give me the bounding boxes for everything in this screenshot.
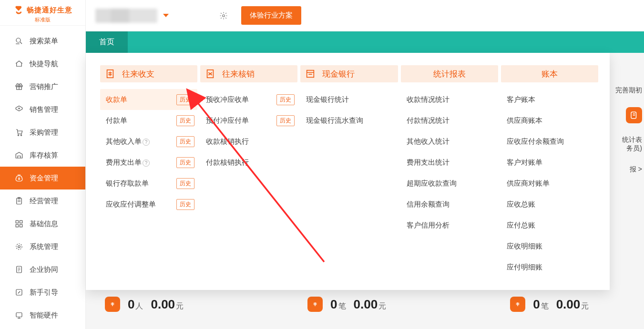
mega-item[interactable]: 超期应收款查询 — [401, 173, 498, 194]
history-badge[interactable]: 历史 — [176, 115, 194, 126]
history-badge[interactable]: 历史 — [176, 178, 194, 189]
gear-icon[interactable] — [219, 11, 228, 20]
stat-badge-icon — [105, 297, 120, 312]
mega-col-cashbank: 现金银行 现金银行统计现金银行流水查询 — [300, 65, 398, 281]
svg-rect-10 — [16, 225, 18, 227]
nav-guide[interactable]: 新手引导 — [0, 281, 85, 304]
mega-item[interactable]: 预付冲应付单历史 — [200, 110, 297, 131]
nav-marketing[interactable]: 营销推广 — [0, 75, 85, 98]
mega-item[interactable]: 收款单历史 — [100, 89, 197, 110]
mega-item[interactable]: 付款核销执行 — [200, 152, 297, 173]
clipboard-icon — [14, 196, 24, 206]
mega-item[interactable]: 应收明细账 — [501, 236, 598, 257]
money-bag-icon — [14, 173, 24, 183]
mega-item[interactable]: 应付明细账 — [501, 257, 598, 278]
mega-item[interactable]: 银行存取款单历史 — [100, 173, 197, 194]
nav-sales[interactable]: 销售管理 — [0, 98, 85, 121]
mega-item[interactable]: 费用支出统计 — [401, 152, 498, 173]
topbar: 体验行业方案 — [0, 0, 644, 31]
mega-col-receipts: 往来收支 收款单历史付款单历史其他收入单?历史费用支出单?历史银行存取款单历史应… — [100, 65, 197, 281]
svg-rect-8 — [16, 220, 18, 223]
history-badge[interactable]: 历史 — [176, 157, 194, 168]
mega-item-label: 收款单 — [106, 95, 176, 104]
mega-item[interactable]: 应收应付调整单历史 — [100, 194, 197, 215]
mega-item[interactable]: 供应商对账单 — [501, 173, 598, 194]
mega-item[interactable]: 客户账本 — [501, 89, 598, 110]
nav-stock[interactable]: 库存核算 — [0, 144, 85, 167]
tab-strip: 首页 — [86, 31, 644, 53]
nav-system[interactable]: 系统管理 — [0, 235, 85, 258]
mega-item[interactable]: 应收总账 — [501, 194, 598, 215]
history-badge[interactable]: 历史 — [176, 199, 194, 210]
svg-point-0 — [16, 38, 20, 42]
tab-home[interactable]: 首页 — [86, 31, 128, 53]
nav-finance[interactable]: 资金管理 — [0, 167, 85, 189]
bank-icon — [305, 69, 316, 79]
history-badge[interactable]: 历史 — [276, 115, 295, 126]
mega-item-label: 付款单 — [106, 116, 176, 125]
mega-item[interactable]: 其他收入统计 — [401, 131, 498, 152]
mega-item[interactable]: 供应商账本 — [501, 110, 598, 131]
help-icon[interactable]: ? — [143, 160, 150, 167]
nav-operation[interactable]: 经营管理 — [0, 189, 85, 212]
stat-badge-icon — [307, 297, 323, 312]
sidebar: 畅捷通好生意 标准版 搜索菜单 快捷导航 营销推广 销售管理 采购管理 库存核算 — [0, 0, 86, 329]
mega-item[interactable]: 现金银行统计 — [300, 89, 398, 110]
report-icon[interactable] — [626, 107, 642, 123]
mega-item[interactable]: 信用余额查询 — [401, 194, 498, 215]
mega-col-body: 收款情况统计付款情况统计其他收入统计费用支出统计超期应收款查询信用余额查询客户信… — [401, 89, 498, 236]
stat-block: 0人 0.00元 — [105, 297, 184, 312]
mega-item-label: 现金银行统计 — [306, 95, 398, 104]
nav-quick-nav[interactable]: 快捷导航 — [0, 52, 85, 75]
peek-text: 完善期初 — [615, 86, 642, 95]
nav-label: 快捷导航 — [30, 60, 58, 69]
mega-item-label: 费用支出单? — [106, 158, 176, 167]
finance-mega-menu: 往来收支 收款单历史付款单历史其他收入单?历史费用支出单?历史银行存取款单历史应… — [86, 53, 610, 290]
nav-purchase[interactable]: 采购管理 — [0, 121, 85, 144]
brand-subtitle: 标准版 — [35, 16, 51, 23]
mega-col-head: 往来核销 — [200, 65, 297, 82]
stat-number: 0.00 — [556, 297, 581, 311]
receipt-icon — [105, 69, 115, 79]
mega-item[interactable]: 客户信用分析 — [401, 215, 498, 236]
mega-item-label: 应收明细账 — [507, 242, 598, 251]
svg-point-4 — [18, 135, 19, 136]
history-badge[interactable]: 历史 — [176, 136, 194, 147]
mega-item-label: 收款核销执行 — [206, 137, 297, 146]
nav-collab[interactable]: 企业协同 — [0, 258, 85, 281]
mega-col-body: 收款单历史付款单历史其他收入单?历史费用支出单?历史银行存取款单历史应收应付调整… — [100, 89, 197, 215]
mega-item-label: 客户信用分析 — [407, 221, 498, 230]
right-side-peek: 完善期初 统计表 务员) 报 > — [615, 86, 644, 174]
chevron-down-icon — [163, 14, 169, 17]
nav-search-menu[interactable]: 搜索菜单 — [0, 30, 85, 52]
svg-point-13 — [18, 246, 20, 248]
mega-col-head: 统计报表 — [401, 65, 498, 82]
nav-basic-info[interactable]: 基础信息 — [0, 212, 85, 235]
mega-item[interactable]: 客户对账单 — [501, 152, 598, 173]
history-badge[interactable]: 历史 — [276, 94, 295, 105]
org-selector[interactable] — [95, 9, 219, 23]
mega-item[interactable]: 付款单历史 — [100, 110, 197, 131]
mega-item[interactable]: 现金银行流水查询 — [300, 110, 398, 131]
mega-item[interactable]: 预收冲应收单历史 — [200, 89, 297, 110]
svg-point-17 — [223, 14, 225, 17]
nav-hardware[interactable]: 智能硬件 — [0, 304, 85, 327]
cta-industry-plan-button[interactable]: 体验行业方案 — [241, 6, 301, 25]
mega-item[interactable]: 收款核销执行 — [200, 131, 297, 152]
warehouse-icon — [14, 150, 24, 160]
bottom-stats: 0人 0.00元 0笔 0.00元 0笔 0.00元 — [105, 297, 644, 312]
peek-text[interactable]: 报 > — [630, 165, 642, 174]
mega-item[interactable]: 付款情况统计 — [401, 110, 498, 131]
history-badge[interactable]: 历史 — [176, 94, 194, 105]
nav-label: 企业协同 — [30, 265, 58, 274]
settings-icon — [14, 242, 24, 251]
mega-item-label: 收款情况统计 — [407, 95, 498, 104]
stat-number: 0.00 — [354, 297, 378, 311]
mega-item[interactable]: 应收应付余额查询 — [501, 131, 598, 152]
mega-item[interactable]: 应付总账 — [501, 215, 598, 236]
help-icon[interactable]: ? — [143, 139, 150, 146]
mega-item[interactable]: 费用支出单?历史 — [100, 152, 197, 173]
mega-col-reports: 统计报表 收款情况统计付款情况统计其他收入统计费用支出统计超期应收款查询信用余额… — [401, 65, 498, 281]
mega-item[interactable]: 其他收入单?历史 — [100, 131, 197, 152]
mega-item[interactable]: 收款情况统计 — [401, 89, 498, 110]
